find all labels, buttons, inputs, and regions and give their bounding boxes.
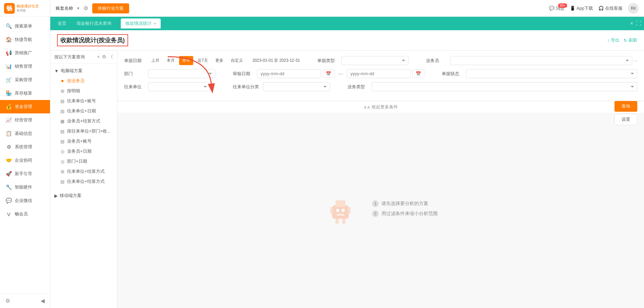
scheme-salesman-settle[interactable]: ▦ 业务员+结算方式 (50, 116, 117, 126)
desktop-schemes-parent[interactable]: ▼ 电脑端方案 (50, 66, 117, 76)
date-tab-this-month[interactable]: 本月 (164, 56, 178, 65)
settings-gear-icon[interactable]: ⚙ (84, 5, 88, 11)
chevron-down-icon[interactable]: ▾ (77, 6, 79, 11)
sidebar-item-member-label: 畅会员 (15, 211, 28, 217)
sidebar-item-search[interactable]: 🔍 搜索菜单 (0, 19, 50, 33)
calendar-to-btn[interactable]: 📅 (413, 69, 424, 78)
biz-type-select[interactable] (372, 82, 637, 91)
scheme-by-detail[interactable]: ⊞ 按明细 (50, 86, 117, 96)
tip-item-2: 2 用过滤条件来缩小分析范围 (372, 210, 438, 217)
sales-icon: 📊 (5, 63, 12, 70)
sidebar-item-purchase-label: 采购管理 (15, 77, 32, 83)
scheme-salesman-account[interactable]: ▤ 业务员+账号 (50, 136, 117, 146)
sidebar-item-system[interactable]: ⚙ 系统管理 (0, 140, 50, 154)
review-date-to-input[interactable] (347, 69, 411, 78)
review-date-from-input[interactable] (257, 69, 321, 78)
partner-settle1-icon: ⊞ (60, 169, 65, 174)
app-download-btn[interactable]: 📱 App下载 (570, 5, 593, 11)
tab-close-window-btn[interactable]: × (630, 20, 633, 27)
date-range-text: 2023-01-01 至 2023-12-31 (253, 58, 300, 63)
collapse-bar[interactable]: ∧∧ 收起更多条件 (117, 101, 644, 113)
tree-collapse-icon: ▶ (54, 193, 58, 198)
tab-actions: × ⛶ (630, 20, 641, 27)
scheme-dept-date[interactable]: ◎ 部门+日期 (50, 156, 117, 166)
partner-dots-icon[interactable]: ··· (212, 84, 215, 89)
date-tabs: 上月 本月 本年 近7天 更多 自定义 (148, 56, 246, 65)
scheme-partner-date[interactable]: ▤ 往来单位+日期 (50, 106, 117, 116)
doc-status-label: 单据状态 (442, 71, 462, 77)
date-tab-7days[interactable]: 近7天 (195, 56, 211, 65)
sidebar-item-wechat[interactable]: 💬 企业微信 (0, 194, 50, 207)
empty-state: 1 请先选择要分析的方案 2 用过滤条件来缩小分析范围 (117, 113, 644, 308)
messages-btn[interactable]: 💬 消息 99+ (549, 5, 565, 11)
mobile-schemes-label: 移动端方案 (60, 193, 82, 199)
salesman-more-icon[interactable]: ··· (634, 58, 637, 63)
sidebar-item-operations-label: 经营管理 (15, 117, 32, 123)
logo-area: 畅 畅捷通好生意 标准版 (0, 0, 50, 17)
date-tab-custom[interactable]: 自定义 (228, 56, 246, 65)
scheme-partner-dept[interactable]: ▤ 按往来单位+部门+收... (50, 126, 117, 136)
sidebar-item-operations[interactable]: 📈 经营管理 (0, 113, 50, 127)
wechat-icon: 💬 (5, 197, 12, 204)
scheme-dept-date-label: 部门+日期 (67, 158, 87, 164)
tab-bank-flow-close[interactable]: × (113, 21, 115, 25)
panel-header: 按以下方案查询 + ⚙ 《 (50, 51, 117, 64)
scheme-by-salesman[interactable]: ● 按业务员 (50, 76, 117, 86)
refresh-button[interactable]: ↻ 刷新 (624, 37, 637, 43)
right-panel: 单据日期 上月 本月 本年 近7天 更多 自定义 2023-01-01 至 20… (117, 51, 644, 308)
scheme-salesman-settle-label: 业务员+结算方式 (67, 118, 100, 124)
footer-settings-icon[interactable]: ⚙ (5, 298, 10, 304)
tab-receipt-stats[interactable]: 收款情况统计 × (121, 18, 160, 29)
date-tab-this-year[interactable]: 本年 (179, 56, 193, 65)
sidebar-item-enterprise[interactable]: 🤝 企业协同 (0, 154, 50, 167)
tab-maximize-btn[interactable]: ⛶ (636, 20, 641, 27)
doc-status-select[interactable] (466, 69, 637, 78)
sidebar-item-purchase[interactable]: 🛒 采购管理 (0, 73, 50, 87)
sidebar-item-sales[interactable]: 📊 销售管理 (0, 60, 50, 73)
partner-category-select[interactable] (263, 82, 330, 91)
scheme-salesman-date[interactable]: ◎ 业务员+日期 (50, 146, 117, 156)
sidebar: 畅 畅捷通好生意 标准版 🔍 搜索菜单 🏠 快捷导航 📢 营销推广 📊 销售管理 (0, 0, 50, 308)
export-button[interactable]: ↑ 导出 (607, 37, 620, 43)
scheme-settings-btn[interactable]: ⚙ (102, 54, 106, 60)
user-avatar[interactable]: Rit (628, 3, 639, 14)
sidebar-item-system-label: 系统管理 (15, 144, 32, 150)
tab-bank-flow[interactable]: 现金银行流水查询 × (72, 18, 120, 29)
partner-select[interactable] (148, 82, 210, 91)
home-icon: 🏠 (5, 36, 12, 43)
scheme-salesman-date-label: 业务员+日期 (67, 148, 92, 154)
trial-button[interactable]: 体验行业方案 (92, 3, 129, 13)
collapse-panel-btn[interactable]: 《 (108, 54, 113, 60)
sidebar-item-guide[interactable]: 🚀 新手引导 (0, 167, 50, 181)
sidebar-item-finance[interactable]: 💰 资金管理 (0, 100, 50, 113)
scheme-partner-account[interactable]: ▤ 往来单位+账号 (50, 96, 117, 106)
scheme-partner-settle1[interactable]: ⊞ 往来单位+结算方式 (50, 166, 117, 176)
tab-home[interactable]: 首页 (53, 18, 71, 29)
add-scheme-btn[interactable]: + (97, 54, 100, 60)
calendar-from-btn[interactable]: 📅 (323, 69, 334, 78)
tab-receipt-stats-close[interactable]: × (154, 21, 156, 25)
sidebar-item-hardware[interactable]: 🔧 智能硬件 (0, 181, 50, 194)
collapse-arrow-icon: ∧∧ (364, 105, 370, 110)
footer-collapse-icon[interactable]: ◀‌‌‌‌‌‌ (41, 298, 45, 304)
filter-settings-button[interactable]: 设置 (614, 114, 637, 125)
operations-icon: 📈 (5, 117, 12, 123)
salesman-select[interactable] (450, 56, 632, 65)
desktop-schemes-section: ▼ 电脑端方案 ● 按业务员 ⊞ 按明细 ▤ 往 (50, 64, 117, 189)
sidebar-item-quicknav[interactable]: 🏠 快捷导航 (0, 33, 50, 46)
online-service-btn[interactable]: 🎧 在线客服 (598, 5, 623, 11)
query-button[interactable]: 查询 (614, 101, 637, 112)
dept-select[interactable] (148, 69, 215, 78)
sidebar-item-basic[interactable]: 📋 基础信息 (0, 127, 50, 140)
date-tab-more[interactable]: 更多 (212, 56, 226, 65)
sidebar-item-member[interactable]: V 畅会员 (0, 207, 50, 221)
logo-text: 畅捷通好生意 (17, 4, 39, 8)
main-content: 账套名称 ▾ ⚙ 体验行业方案 💬 消息 99+ 📱 App下载 🎧 在线客服 (50, 0, 644, 308)
sidebar-item-marketing[interactable]: 📢 营销推广 (0, 46, 50, 60)
sidebar-item-inventory[interactable]: 🏪 库存核算 (0, 87, 50, 100)
date-tab-last-month[interactable]: 上月 (148, 56, 162, 65)
scheme-partner-settle2[interactable]: ▤ 往来单位+结算方式 (50, 176, 117, 187)
doc-type-select[interactable] (341, 56, 409, 65)
sidebar-item-search-label: 搜索菜单 (15, 23, 32, 29)
mobile-schemes-parent[interactable]: ▶ 移动端方案 (50, 191, 117, 201)
